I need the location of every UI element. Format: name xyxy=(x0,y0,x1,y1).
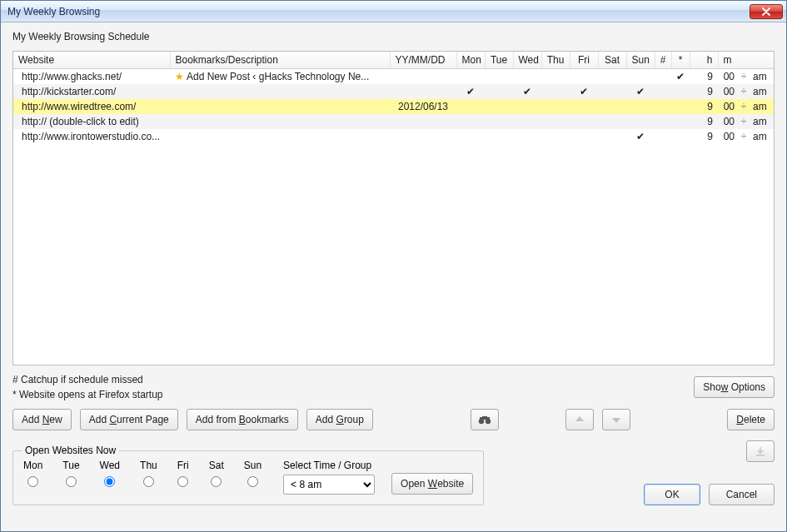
cell-sat[interactable] xyxy=(598,99,626,114)
cell-date[interactable] xyxy=(390,129,456,144)
cell-sun[interactable]: ✔ xyxy=(626,129,655,144)
cell-sun[interactable]: ✔ xyxy=(626,84,655,99)
cell-ampm[interactable]: am xyxy=(748,99,775,114)
th-description[interactable]: Bookmarks/Description xyxy=(170,52,390,69)
cell-description[interactable] xyxy=(170,129,390,144)
cell-wed[interactable]: ✔ xyxy=(513,84,541,99)
cell-fri[interactable] xyxy=(570,69,598,84)
cell-ampm[interactable]: am xyxy=(748,69,775,84)
cell-h[interactable]: 9 xyxy=(690,99,718,114)
cell-star[interactable] xyxy=(671,99,690,114)
cancel-button[interactable]: Cancel xyxy=(709,484,775,505)
table-row[interactable]: http:// (double-click to edit)900÷am xyxy=(13,114,775,129)
cell-date[interactable] xyxy=(390,114,456,129)
cell-wed[interactable] xyxy=(513,114,541,129)
cell-wed[interactable] xyxy=(513,69,541,84)
delete-button[interactable]: Delete xyxy=(727,409,775,430)
cell-ampm[interactable]: am xyxy=(748,84,775,99)
table-row[interactable]: http://kickstarter.com/✔✔✔✔900÷am xyxy=(13,84,775,99)
cell-sun[interactable] xyxy=(626,69,655,84)
cell-star[interactable] xyxy=(671,129,690,144)
th-m[interactable]: m xyxy=(718,52,775,69)
cell-m[interactable]: 00 xyxy=(718,129,740,144)
cell-tue[interactable] xyxy=(485,84,513,99)
th-tue[interactable]: Tue xyxy=(485,52,513,69)
th-sun[interactable]: Sun xyxy=(626,52,655,69)
cell-thu[interactable] xyxy=(541,129,570,144)
day-radio-sun[interactable] xyxy=(247,476,258,487)
cell-m[interactable]: 00 xyxy=(718,69,740,84)
cell-sat[interactable] xyxy=(598,129,626,144)
cell-description[interactable] xyxy=(170,84,390,99)
cell-fri[interactable]: ✔ xyxy=(570,84,598,99)
export-button[interactable] xyxy=(746,440,775,462)
cell-star[interactable] xyxy=(671,84,690,99)
cell-h[interactable]: 9 xyxy=(690,84,718,99)
cell-sun[interactable] xyxy=(626,114,655,129)
add-group-button[interactable]: Add Group xyxy=(306,409,373,430)
cell-thu[interactable] xyxy=(541,114,570,129)
cell-mon[interactable] xyxy=(456,114,485,129)
ok-button[interactable]: OK xyxy=(644,484,700,505)
th-date[interactable]: YY/MM/DD xyxy=(390,52,456,69)
day-radio-thu[interactable] xyxy=(143,476,154,487)
cell-ampm[interactable]: am xyxy=(748,114,775,129)
move-up-button[interactable] xyxy=(565,409,594,430)
add-current-page-button[interactable]: Add Current Page xyxy=(80,409,178,430)
cell-fri[interactable] xyxy=(570,99,598,114)
cell-thu[interactable] xyxy=(541,84,570,99)
cell-tue[interactable] xyxy=(485,114,513,129)
find-button[interactable] xyxy=(471,409,499,430)
cell-m[interactable]: 00 xyxy=(718,99,740,114)
table-header[interactable]: Website Bookmarks/Description YY/MM/DD M… xyxy=(13,52,775,69)
th-mon[interactable]: Mon xyxy=(456,52,485,69)
cell-h[interactable]: 9 xyxy=(690,114,718,129)
table-row[interactable]: http://www.wiredtree.com/2012/06/13900÷a… xyxy=(13,99,775,114)
cell-ampm[interactable]: am xyxy=(748,129,775,144)
th-thu[interactable]: Thu xyxy=(541,52,570,69)
cell-sat[interactable] xyxy=(598,84,626,99)
cell-website[interactable]: http://www.ghacks.net/ xyxy=(13,69,170,84)
th-sat[interactable]: Sat xyxy=(598,52,626,69)
th-wed[interactable]: Wed xyxy=(513,52,541,69)
cell-star[interactable]: ✔ xyxy=(671,69,690,84)
titlebar[interactable]: My Weekly Browsing xyxy=(1,1,786,22)
cell-hash[interactable] xyxy=(655,99,671,114)
cell-m[interactable]: 00 xyxy=(718,84,740,99)
cell-mon[interactable] xyxy=(456,69,485,84)
show-options-button[interactable]: Show Options xyxy=(694,376,775,398)
cell-website[interactable]: http://kickstarter.com/ xyxy=(13,84,170,99)
cell-sat[interactable] xyxy=(598,69,626,84)
cell-hash[interactable] xyxy=(655,114,671,129)
schedule-grid[interactable]: Website Bookmarks/Description YY/MM/DD M… xyxy=(12,51,775,365)
time-group-select[interactable]: < 8 am xyxy=(283,475,375,495)
cell-description[interactable]: ★Add New Post ‹ gHacks Technology Ne... xyxy=(170,69,390,84)
move-down-button[interactable] xyxy=(602,409,630,430)
cell-hash[interactable] xyxy=(655,69,671,84)
cell-m[interactable]: 00 xyxy=(718,114,740,129)
cell-h[interactable]: 9 xyxy=(690,129,718,144)
th-hash[interactable]: # xyxy=(655,52,671,69)
cell-date[interactable] xyxy=(390,69,456,84)
cell-sat[interactable] xyxy=(598,114,626,129)
cell-date[interactable]: 2012/06/13 xyxy=(390,99,456,114)
day-radio-fri[interactable] xyxy=(177,476,188,487)
table-row[interactable]: http://www.irontowerstudio.co...✔900÷am xyxy=(13,129,775,144)
th-website[interactable]: Website xyxy=(13,52,170,69)
cell-thu[interactable] xyxy=(541,99,570,114)
cell-website[interactable]: http:// (double-click to edit) xyxy=(13,114,170,129)
cell-hash[interactable] xyxy=(655,84,671,99)
cell-description[interactable] xyxy=(170,99,390,114)
cell-thu[interactable] xyxy=(541,69,570,84)
cell-mon[interactable] xyxy=(456,129,485,144)
cell-mon[interactable] xyxy=(456,99,485,114)
day-radio-sat[interactable] xyxy=(211,476,222,487)
day-radio-wed[interactable] xyxy=(104,476,115,487)
th-star[interactable]: * xyxy=(671,52,690,69)
cell-description[interactable] xyxy=(170,114,390,129)
cell-tue[interactable] xyxy=(485,99,513,114)
cell-website[interactable]: http://www.irontowerstudio.co... xyxy=(13,129,170,144)
cell-tue[interactable] xyxy=(485,69,513,84)
cell-website[interactable]: http://www.wiredtree.com/ xyxy=(13,99,170,114)
table-row[interactable]: http://www.ghacks.net/★Add New Post ‹ gH… xyxy=(13,69,775,84)
